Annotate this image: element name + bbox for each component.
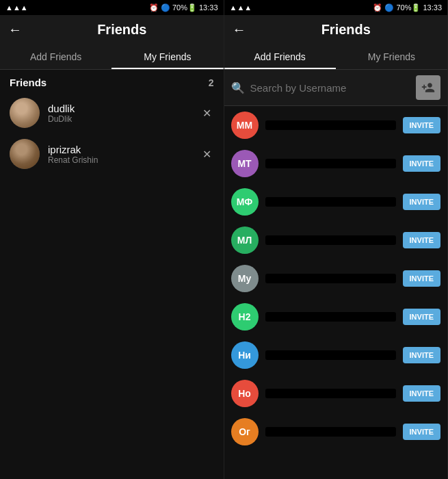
header-left: ← Friends bbox=[0, 15, 224, 44]
status-time-right: ⏰ 🔵 70%🔋 13:33 bbox=[373, 3, 442, 12]
contact-name-redacted bbox=[265, 120, 396, 130]
time-right: 13:33 bbox=[423, 3, 442, 12]
contact-avatar: Но bbox=[231, 380, 259, 407]
remove-dudlik-button[interactable]: ✕ bbox=[200, 104, 214, 122]
friend-username-dudlik: dudlik bbox=[48, 103, 192, 114]
friends-count: 2 bbox=[209, 77, 214, 88]
friend-info-dudlik: dudlik DuDlik bbox=[48, 103, 192, 124]
contact-item: НоINVITE bbox=[224, 374, 448, 413]
invite-button[interactable]: INVITE bbox=[403, 194, 440, 210]
contact-item: МуINVITE bbox=[224, 259, 448, 298]
friend-realname-iprizrak: Renat Grishin bbox=[48, 155, 192, 165]
friends-label: Friends bbox=[10, 77, 47, 88]
invite-button[interactable]: INVITE bbox=[403, 347, 440, 363]
battery-left: 70%🔋 bbox=[172, 3, 197, 12]
contact-item: Н2INVITE bbox=[224, 298, 448, 336]
add-person-icon bbox=[421, 81, 435, 94]
avatar-dudlik bbox=[10, 98, 40, 128]
contact-avatar: МЛ bbox=[231, 226, 259, 254]
tabs-right: Add Friends My Friends bbox=[224, 44, 448, 70]
contact-name-redacted bbox=[265, 312, 396, 322]
contact-name-redacted bbox=[265, 350, 396, 360]
contact-item: МФINVITE bbox=[224, 183, 448, 221]
invite-button[interactable]: INVITE bbox=[403, 232, 440, 248]
bluetooth-icon-right: 🔵 bbox=[384, 3, 394, 12]
invite-button[interactable]: INVITE bbox=[403, 155, 440, 172]
search-bar: 🔍 bbox=[224, 70, 448, 106]
header-right: ← Friends bbox=[224, 15, 448, 44]
bluetooth-icon: 🔵 bbox=[161, 3, 170, 12]
contacts-list: ММINVITEМТINVITEМФINVITEМЛINVITEМуINVITE… bbox=[224, 106, 448, 479]
tabs-left: Add Friends My Friends bbox=[0, 44, 224, 70]
alarm-icon-right: ⏰ bbox=[373, 3, 382, 12]
page-title-right: Friends bbox=[253, 22, 440, 38]
friends-section-header: Friends 2 bbox=[0, 70, 224, 92]
friend-item-dudlik: dudlik DuDlik ✕ bbox=[0, 92, 224, 133]
contact-avatar: Ог bbox=[231, 418, 259, 445]
contact-name-redacted bbox=[265, 159, 396, 168]
status-icons-right: ▲▲▲ bbox=[230, 3, 252, 12]
contact-avatar: Му bbox=[231, 265, 259, 292]
tab-my-friends-right[interactable]: My Friends bbox=[336, 44, 447, 69]
invite-button[interactable]: INVITE bbox=[403, 309, 440, 325]
contact-name-redacted bbox=[265, 197, 396, 207]
alarm-icon: ⏰ bbox=[149, 3, 159, 12]
contact-item: ММINVITE bbox=[224, 106, 448, 144]
friend-info-iprizrak: iprizrak Renat Grishin bbox=[48, 144, 192, 165]
signal-icon-right: ▲▲▲ bbox=[230, 3, 252, 12]
contact-item: ОгINVITE bbox=[224, 413, 448, 451]
contact-avatar: ММ bbox=[231, 112, 259, 139]
time-left: 13:33 bbox=[199, 3, 218, 12]
add-contact-button[interactable] bbox=[416, 75, 440, 100]
page-title-left: Friends bbox=[29, 22, 215, 38]
status-time-left: ⏰ 🔵 70%🔋 13:33 bbox=[149, 3, 218, 12]
contact-name-redacted bbox=[265, 389, 396, 398]
signal-icon: ▲▲▲ bbox=[5, 3, 28, 12]
friend-realname-dudlik: DuDlik bbox=[48, 114, 192, 124]
invite-button[interactable]: INVITE bbox=[403, 424, 440, 440]
search-input[interactable] bbox=[250, 82, 411, 94]
status-bar-left: ▲▲▲ ⏰ 🔵 70%🔋 13:33 bbox=[0, 0, 224, 15]
back-button-right[interactable]: ← bbox=[233, 22, 246, 38]
friend-item-iprizrak: iprizrak Renat Grishin ✕ bbox=[0, 133, 224, 174]
avatar-iprizrak bbox=[10, 139, 40, 169]
contact-item: МТINVITE bbox=[224, 144, 448, 183]
status-icons-left: ▲▲▲ bbox=[5, 3, 28, 12]
remove-iprizrak-button[interactable]: ✕ bbox=[200, 145, 214, 164]
contact-avatar: Ни bbox=[231, 341, 259, 369]
contact-name-redacted bbox=[265, 427, 396, 437]
contact-avatar: Н2 bbox=[231, 303, 259, 331]
tab-add-friends-left[interactable]: Add Friends bbox=[0, 44, 111, 69]
friend-username-iprizrak: iprizrak bbox=[48, 144, 192, 155]
contact-avatar: МФ bbox=[231, 188, 259, 216]
search-icon: 🔍 bbox=[231, 81, 245, 94]
status-bar-right: ▲▲▲ ⏰ 🔵 70%🔋 13:33 bbox=[224, 0, 448, 15]
invite-button[interactable]: INVITE bbox=[403, 117, 440, 133]
contact-name-redacted bbox=[265, 235, 396, 245]
contact-item: НиINVITE bbox=[224, 336, 448, 374]
contact-item: МЛINVITE bbox=[224, 221, 448, 259]
contact-avatar: МТ bbox=[231, 150, 259, 177]
invite-button[interactable]: INVITE bbox=[403, 270, 440, 287]
tab-add-friends-right[interactable]: Add Friends bbox=[224, 44, 336, 69]
left-panel: ▲▲▲ ⏰ 🔵 70%🔋 13:33 ← Friends Add Friends… bbox=[0, 0, 224, 479]
tab-my-friends-left[interactable]: My Friends bbox=[111, 44, 223, 69]
back-button-left[interactable]: ← bbox=[8, 22, 22, 38]
invite-button[interactable]: INVITE bbox=[403, 385, 440, 402]
battery-right: 70%🔋 bbox=[396, 3, 421, 12]
right-panel: ▲▲▲ ⏰ 🔵 70%🔋 13:33 ← Friends Add Friends… bbox=[224, 0, 449, 479]
contact-name-redacted bbox=[265, 274, 396, 283]
